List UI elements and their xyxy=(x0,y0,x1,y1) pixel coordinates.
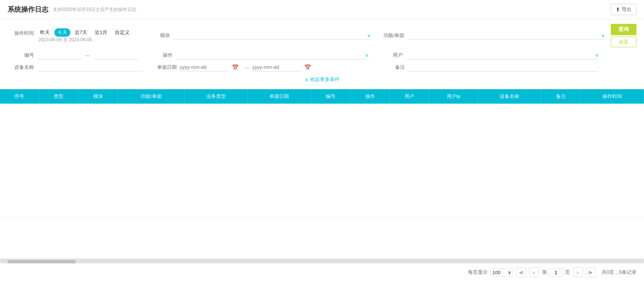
function-label: 功能/单据 xyxy=(378,32,405,39)
col-date: 单据日期 xyxy=(248,89,311,104)
date-range-dash: — xyxy=(244,65,249,70)
user-label: 用户 xyxy=(376,52,403,59)
date-filter: 单据日期 📅 — 📅 xyxy=(150,63,371,71)
empty-row xyxy=(0,104,644,217)
page-size-value: 100 xyxy=(493,270,501,275)
remark-input[interactable] xyxy=(408,63,598,71)
time-btn-custom[interactable]: 自定义 xyxy=(112,28,133,37)
time-label: 操作时间 xyxy=(8,30,34,37)
page-info: 第 页 xyxy=(542,269,570,276)
page-header: 系统操作日志 支持2020年10月31日之后产生的操作日志 ⬆ 导出 xyxy=(0,0,644,19)
col-index: 序号 xyxy=(0,89,39,104)
operation-label: 操作 xyxy=(146,52,173,59)
collapse-row: ∧ 收起更多条件 xyxy=(8,75,636,84)
per-page-label: 每页显示 xyxy=(468,269,488,276)
module-select[interactable]: ∨ xyxy=(173,32,371,40)
filter-section: 操作时间 昨天 今天 近7天 近1月 自定义 2023-06-06 至 2023… xyxy=(8,24,636,73)
filter-row-1: 操作时间 昨天 今天 近7天 近1月 自定义 2023-06-06 至 2023… xyxy=(8,24,636,47)
col-function: 功能/单据 xyxy=(118,89,184,104)
time-filter-group: 操作时间 昨天 今天 近7天 近1月 自定义 2023-06-06 至 2023… xyxy=(8,28,136,43)
time-btn-1month[interactable]: 近1月 xyxy=(92,28,110,37)
total-info: 共0页，0条记录 xyxy=(602,269,636,276)
first-page-button[interactable]: ⊲ xyxy=(516,267,526,277)
export-label: 导出 xyxy=(622,6,632,13)
table-header-row: 序号 类型 模块 功能/单据 业务类型 单据日期 编号 操作 用户 用户ip 设… xyxy=(0,89,644,104)
time-btn-7days[interactable]: 近7天 xyxy=(72,28,90,37)
horizontal-scrollbar[interactable] xyxy=(0,258,644,263)
operation-chevron-icon: ∨ xyxy=(365,53,369,58)
action-buttons: 查询 设置 xyxy=(611,24,636,47)
prev-page-button[interactable]: ‹ xyxy=(529,267,539,277)
date-input-end[interactable] xyxy=(252,63,301,71)
page-wrapper: 系统操作日志 支持2020年10月31日之后产生的操作日志 ⬆ 导出 操作时间 … xyxy=(0,0,644,281)
export-icon: ⬆ xyxy=(616,6,620,12)
time-buttons: 昨天 今天 近7天 近1月 自定义 xyxy=(37,28,133,37)
settings-button[interactable]: 设置 xyxy=(611,37,636,47)
filter-row-2: 编号 — 操作 ∨ 用户 xyxy=(8,51,636,59)
page-unit: 页 xyxy=(565,269,570,276)
time-options: 昨天 今天 近7天 近1月 自定义 2023-06-06 至 2023-06-0… xyxy=(37,28,133,43)
time-range-display: 2023-06-06 至 2023-06-06 xyxy=(39,37,133,43)
col-user: 用户 xyxy=(390,89,429,104)
calendar-icon-2[interactable]: 📅 xyxy=(304,64,311,70)
time-btn-today[interactable]: 今天 xyxy=(54,28,70,37)
last-page-button[interactable]: ⊳ xyxy=(586,267,596,277)
user-filter: 用户 ∨ xyxy=(376,51,599,59)
number-input-end[interactable] xyxy=(93,51,139,59)
user-chevron-icon: ∨ xyxy=(595,53,599,58)
collapse-button[interactable]: ∧ 收起更多条件 xyxy=(305,76,340,83)
device-label: 设备名称 xyxy=(8,64,34,71)
remark-label: 备注 xyxy=(378,64,405,71)
col-optime: 操作时间 xyxy=(581,89,644,104)
col-type: 类型 xyxy=(39,89,78,104)
time-btn-yesterday[interactable]: 昨天 xyxy=(37,28,53,37)
function-filter: 功能/单据 ∨ xyxy=(378,32,605,40)
empty-cell xyxy=(0,104,644,217)
filter-row-3: 设备名称 单据日期 📅 — 📅 备注 xyxy=(8,63,636,71)
function-select[interactable]: ∨ xyxy=(408,32,605,40)
number-input-start[interactable] xyxy=(37,51,82,59)
pagination: 每页显示 100 ∨ ⊲ ‹ 第 页 › ⊳ 共0页，0条记录 xyxy=(0,263,644,281)
collapse-icon: ∧ xyxy=(305,77,309,82)
col-number: 编号 xyxy=(311,89,350,104)
col-userip: 用户ip xyxy=(429,89,478,104)
number-dash: — xyxy=(85,53,90,58)
data-table: 序号 类型 模块 功能/单据 业务类型 单据日期 编号 操作 用户 用户ip 设… xyxy=(0,89,644,217)
calendar-icon-1[interactable]: 📅 xyxy=(232,64,238,70)
function-chevron-icon: ∨ xyxy=(601,33,605,38)
query-button[interactable]: 查询 xyxy=(611,24,636,35)
page-label: 第 xyxy=(542,269,547,276)
module-filter: 模块 ∨ xyxy=(144,32,371,40)
col-remark: 备注 xyxy=(541,89,581,104)
operation-filter: 操作 ∨ xyxy=(146,51,369,59)
module-label: 模块 xyxy=(144,32,170,39)
table-body xyxy=(0,104,644,217)
number-label: 编号 xyxy=(8,52,34,59)
device-input[interactable] xyxy=(37,63,143,71)
page-number-input[interactable] xyxy=(548,269,564,276)
operation-select[interactable]: ∨ xyxy=(176,51,369,59)
page-title: 系统操作日志 xyxy=(8,5,48,14)
date-input-start[interactable] xyxy=(180,63,229,71)
page-size-select[interactable]: 100 ∨ xyxy=(491,269,513,276)
col-device: 设备名称 xyxy=(478,89,541,104)
collapse-label: 收起更多条件 xyxy=(310,76,340,83)
number-filter: 编号 — xyxy=(8,51,139,59)
table-header: 序号 类型 模块 功能/单据 业务类型 单据日期 编号 操作 用户 用户ip 设… xyxy=(0,89,644,104)
export-button[interactable]: ⬆ 导出 xyxy=(611,4,636,15)
table-area: 序号 类型 模块 功能/单据 业务类型 单据日期 编号 操作 用户 用户ip 设… xyxy=(0,89,644,258)
next-page-button[interactable]: › xyxy=(573,267,583,277)
filter-area: 操作时间 昨天 今天 近7天 近1月 自定义 2023-06-06 至 2023… xyxy=(0,19,644,89)
col-module: 模块 xyxy=(79,89,118,104)
scrollbar-thumb[interactable] xyxy=(8,260,76,263)
remark-filter: 备注 xyxy=(378,63,599,71)
user-select[interactable]: ∨ xyxy=(406,51,599,59)
device-filter: 设备名称 xyxy=(8,63,143,71)
col-operation: 操作 xyxy=(350,89,389,104)
col-biztype: 业务类型 xyxy=(184,89,247,104)
module-chevron-icon: ∨ xyxy=(367,33,371,38)
scrollbar-track xyxy=(0,259,644,263)
date-label: 单据日期 xyxy=(150,64,177,71)
page-size-chevron: ∨ xyxy=(508,270,511,275)
filter-main: 操作时间 昨天 今天 近7天 近1月 自定义 2023-06-06 至 2023… xyxy=(8,24,636,73)
